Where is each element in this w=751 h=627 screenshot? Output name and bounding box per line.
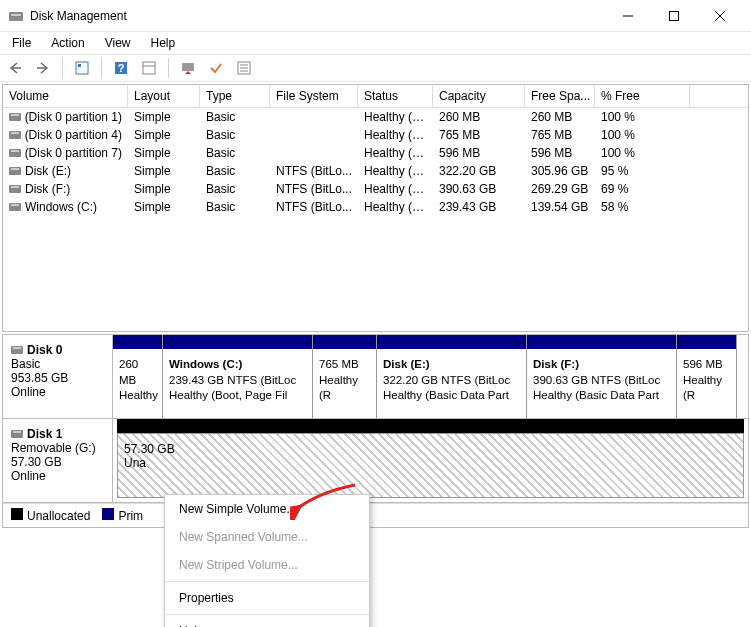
cell-capacity: 239.43 GB <box>433 198 525 216</box>
back-button[interactable] <box>4 57 26 79</box>
table-row[interactable]: Disk (E:)SimpleBasicNTFS (BitLo...Health… <box>3 162 748 180</box>
cell-status: Healthy (R... <box>358 126 433 144</box>
menu-file[interactable]: File <box>4 34 39 52</box>
menu-help[interactable]: Help <box>143 34 184 52</box>
disk1-row[interactable]: Disk 1 Removable (G:) 57.30 GB Online 57… <box>3 419 748 503</box>
partition[interactable]: Disk (F:)390.63 GB NTFS (BitLocHealthy (… <box>527 335 677 418</box>
cell-pct: 100 % <box>595 126 690 144</box>
volume-icon <box>9 149 21 157</box>
cell-layout: Simple <box>128 144 200 162</box>
part-line1: 596 MB <box>683 358 723 370</box>
part-line1: 322.20 GB NTFS (BitLoc <box>383 374 510 386</box>
table-row[interactable]: Disk (F:)SimpleBasicNTFS (BitLo...Health… <box>3 180 748 198</box>
col-pctfree[interactable]: % Free <box>595 85 690 107</box>
volume-icon <box>9 131 21 139</box>
check-icon[interactable] <box>205 57 227 79</box>
disk1-type: Removable (G:) <box>11 441 104 455</box>
cell-pct: 100 % <box>595 108 690 126</box>
col-filesystem[interactable]: File System <box>270 85 358 107</box>
part-line1: 765 MB <box>319 358 359 370</box>
menu-new-simple-volume[interactable]: New Simple Volume... <box>165 495 369 523</box>
table-header: Volume Layout Type File System Status Ca… <box>3 85 748 108</box>
context-menu: New Simple Volume... New Spanned Volume.… <box>164 494 370 627</box>
disk-icon <box>11 430 23 438</box>
cell-free: 269.29 GB <box>525 180 595 198</box>
cell-type: Basic <box>200 198 270 216</box>
menu-separator <box>165 581 369 582</box>
cell-volume: (Disk 0 partition 4) <box>25 128 122 142</box>
partition[interactable]: 260 MBHealthy <box>113 335 163 418</box>
svg-rect-12 <box>143 62 155 74</box>
menu-view[interactable]: View <box>97 34 139 52</box>
settings-icon[interactable] <box>71 57 93 79</box>
partition[interactable]: Windows (C:)239.43 GB NTFS (BitLocHealth… <box>163 335 313 418</box>
cell-capacity: 765 MB <box>433 126 525 144</box>
cell-layout: Simple <box>128 180 200 198</box>
partition[interactable]: 765 MBHealthy (R <box>313 335 377 418</box>
disk0-type: Basic <box>11 357 104 371</box>
menu-new-spanned-volume: New Spanned Volume... <box>165 523 369 551</box>
part-line2: Healthy (Basic Data Part <box>383 389 509 401</box>
cell-capacity: 260 MB <box>433 108 525 126</box>
menu-new-striped-volume: New Striped Volume... <box>165 551 369 579</box>
col-type[interactable]: Type <box>200 85 270 107</box>
col-layout[interactable]: Layout <box>128 85 200 107</box>
cell-fs <box>270 144 358 162</box>
cell-capacity: 596 MB <box>433 144 525 162</box>
col-free[interactable]: Free Spa... <box>525 85 595 107</box>
disk0-size: 953.85 GB <box>11 371 104 385</box>
partition[interactable]: 596 MBHealthy (R <box>677 335 737 418</box>
svg-rect-14 <box>182 63 194 71</box>
cell-pct: 69 % <box>595 180 690 198</box>
table-row[interactable]: (Disk 0 partition 7)SimpleBasicHealthy (… <box>3 144 748 162</box>
cell-layout: Simple <box>128 126 200 144</box>
cell-volume: Windows (C:) <box>25 200 97 214</box>
disk0-name: Disk 0 <box>27 343 62 357</box>
part-line1: 239.43 GB NTFS (BitLoc <box>169 374 296 386</box>
disk0-row[interactable]: Disk 0 Basic 953.85 GB Online 260 MBHeal… <box>3 335 748 419</box>
cell-fs: NTFS (BitLo... <box>270 198 358 216</box>
cell-type: Basic <box>200 108 270 126</box>
legend-swatch-unallocated <box>11 508 23 520</box>
close-button[interactable] <box>697 0 743 32</box>
refresh-icon[interactable] <box>177 57 199 79</box>
cell-capacity: 322.20 GB <box>433 162 525 180</box>
legend-primary: Prim <box>118 509 143 523</box>
maximize-button[interactable] <box>651 0 697 32</box>
legend-swatch-primary <box>102 508 114 520</box>
disk1-size: 57.30 GB <box>11 455 104 469</box>
disk-icon <box>11 346 23 354</box>
title-bar: Disk Management <box>0 0 751 32</box>
col-status[interactable]: Status <box>358 85 433 107</box>
col-capacity[interactable]: Capacity <box>433 85 525 107</box>
table-row[interactable]: Windows (C:)SimpleBasicNTFS (BitLo...Hea… <box>3 198 748 216</box>
cell-pct: 95 % <box>595 162 690 180</box>
list-icon[interactable] <box>233 57 255 79</box>
cell-type: Basic <box>200 144 270 162</box>
cell-volume: (Disk 0 partition 1) <box>25 110 122 124</box>
part-line2: Healthy (Boot, Page Fil <box>169 389 287 401</box>
disk-graphical-panel: Disk 0 Basic 953.85 GB Online 260 MBHeal… <box>2 334 749 528</box>
menu-action[interactable]: Action <box>43 34 92 52</box>
cell-layout: Simple <box>128 108 200 126</box>
forward-button[interactable] <box>32 57 54 79</box>
part-label: Disk (E:) <box>383 358 430 370</box>
cell-status: Healthy (B... <box>358 180 433 198</box>
cell-fs: NTFS (BitLo... <box>270 180 358 198</box>
legend: Unallocated Prim <box>3 503 748 527</box>
menu-help[interactable]: Help <box>165 617 369 627</box>
table-row[interactable]: (Disk 0 partition 1)SimpleBasicHealthy (… <box>3 108 748 126</box>
cell-layout: Simple <box>128 162 200 180</box>
cell-volume: Disk (E:) <box>25 164 71 178</box>
minimize-button[interactable] <box>605 0 651 32</box>
col-volume[interactable]: Volume <box>3 85 128 107</box>
disk1-status: Online <box>11 469 104 483</box>
partition[interactable]: Disk (E:)322.20 GB NTFS (BitLocHealthy (… <box>377 335 527 418</box>
menu-bar: File Action View Help <box>0 32 751 54</box>
view-icon[interactable] <box>138 57 160 79</box>
help-icon[interactable]: ? <box>110 57 132 79</box>
table-row[interactable]: (Disk 0 partition 4)SimpleBasicHealthy (… <box>3 126 748 144</box>
legend-unallocated: Unallocated <box>27 509 90 523</box>
disk1-unallocated[interactable]: 57.30 GB Una <box>117 433 744 498</box>
menu-properties[interactable]: Properties <box>165 584 369 612</box>
